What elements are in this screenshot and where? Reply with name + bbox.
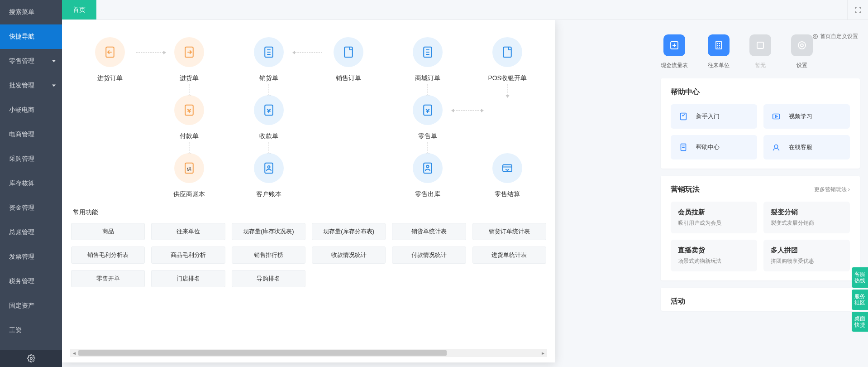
help-item-3[interactable]: 在线客服 — [763, 135, 850, 159]
flow-circle[interactable] — [492, 153, 522, 183]
sidebar: 搜索菜单 快捷导航零售管理批发管理小畅电商电商管理采购管理库存核算资金管理总账管… — [0, 0, 62, 367]
sidebar-item-8[interactable]: 总账管理 — [0, 220, 62, 245]
flow-label: 商城订单 — [415, 74, 440, 82]
flow-node-零售结算: 零售结算 — [467, 153, 547, 198]
flow-label: 零售出库 — [415, 190, 440, 198]
common-button-6[interactable]: 销售毛利分析表 — [71, 246, 145, 264]
sidebar-item-9[interactable]: 发票管理 — [0, 245, 62, 269]
side-tab-2[interactable]: 桌面快捷 — [852, 312, 868, 332]
svg-rect-10 — [681, 144, 686, 151]
flow-circle[interactable] — [492, 37, 522, 67]
common-button-8[interactable]: 销售排行榜 — [232, 246, 305, 264]
market-item-3[interactable]: 多人拼团拼团购物享受优惠 — [763, 240, 850, 271]
arrow-down-icon — [189, 142, 190, 153]
sidebar-item-12[interactable]: 工资 — [0, 318, 62, 343]
help-item-2[interactable]: 帮助中心 — [671, 135, 757, 159]
arrow-down-icon — [269, 142, 269, 153]
flow-circle[interactable] — [254, 37, 284, 67]
sidebar-search-label: 搜索菜单 — [9, 8, 34, 16]
flow-circle[interactable] — [254, 153, 284, 183]
sidebar-item-label: 发票管理 — [9, 253, 34, 261]
common-button-2[interactable]: 现存量(库存状况表) — [232, 223, 305, 240]
flow-label: 销售订单 — [336, 74, 361, 82]
sidebar-settings-button[interactable] — [0, 350, 62, 367]
flow-circle[interactable] — [413, 37, 443, 67]
help-center-title: 帮助中心 — [671, 87, 700, 97]
activity-card: 活动 — [661, 288, 860, 311]
sidebar-item-3[interactable]: 小畅电商 — [0, 98, 62, 122]
scroll-track[interactable] — [78, 349, 539, 357]
common-button-4[interactable]: 销货单统计表 — [392, 223, 466, 240]
tile-2[interactable]: 暂无 — [749, 34, 771, 69]
common-button-1[interactable]: 往来单位 — [151, 223, 225, 240]
common-button-13[interactable]: 门店排名 — [151, 270, 225, 287]
activity-title: 活动 — [671, 297, 850, 306]
common-button-3[interactable]: 现存量(库存分布表) — [312, 223, 386, 240]
help-item-0[interactable]: 新手入门 — [671, 104, 757, 129]
flow-circle[interactable] — [174, 37, 204, 67]
scroll-thumb[interactable] — [78, 350, 447, 356]
sidebar-item-label: 资金管理 — [9, 204, 34, 212]
fullscreen-button[interactable] — [847, 0, 868, 19]
sidebar-item-label: 零售管理 — [9, 57, 34, 65]
sidebar-item-4[interactable]: 电商管理 — [0, 122, 62, 147]
market-item-sub: 裂变式发展分销商 — [771, 219, 843, 227]
flow-node-POS收银开单: POS收银开单 — [467, 37, 547, 82]
tab-home-label: 首页 — [73, 6, 86, 14]
common-button-9[interactable]: 收款情况统计 — [312, 246, 386, 264]
market-item-2[interactable]: 直播卖货场景式购物新玩法 — [671, 240, 757, 271]
common-button-11[interactable]: 进货单统计表 — [472, 246, 546, 264]
side-tab-0[interactable]: 客服热线 — [852, 267, 868, 288]
side-tab-1[interactable]: 服务社区 — [852, 290, 868, 310]
flow-circle[interactable] — [334, 37, 363, 67]
market-item-sub: 拼团购物享受优惠 — [771, 257, 843, 265]
common-button-14[interactable]: 导购排名 — [232, 270, 305, 287]
flow-circle[interactable] — [413, 95, 443, 125]
svg-point-24 — [268, 166, 270, 168]
market-item-0[interactable]: 会员拉新吸引用户成为会员 — [671, 202, 757, 233]
sidebar-item-label: 库存核算 — [9, 179, 34, 188]
tile-1[interactable]: 往来单位 — [708, 34, 730, 69]
sidebar-item-1[interactable]: 零售管理 — [0, 49, 62, 73]
svg-point-6 — [801, 44, 803, 47]
market-item-title: 会员拉新 — [678, 208, 750, 217]
help-item-1[interactable]: 视频学习 — [763, 104, 850, 129]
common-button-0[interactable]: 商品 — [71, 223, 145, 240]
svg-point-26 — [427, 165, 429, 168]
market-item-1[interactable]: 裂变分销裂变式发展分销商 — [763, 202, 850, 233]
market-item-title: 裂变分销 — [771, 208, 843, 217]
scroll-right-button[interactable]: ► — [539, 349, 547, 357]
flow-circle[interactable]: 供 — [174, 153, 204, 183]
tile-3[interactable]: 设置 — [791, 34, 813, 69]
flow-circle[interactable] — [174, 95, 204, 125]
sidebar-item-2[interactable]: 批发管理 — [0, 73, 62, 98]
common-button-5[interactable]: 销货订单统计表 — [472, 223, 546, 240]
sidebar-search[interactable]: 搜索菜单 — [0, 0, 62, 24]
sidebar-item-0[interactable]: 快捷导航 — [0, 24, 62, 49]
common-button-12[interactable]: 零售开单 — [71, 270, 145, 287]
sidebar-item-7[interactable]: 资金管理 — [0, 196, 62, 220]
flow-label: 销货单 — [259, 74, 278, 82]
horizontal-scrollbar[interactable]: ◄ ► — [70, 349, 547, 357]
tile-0[interactable]: 现金流量表 — [661, 34, 688, 69]
common-button-10[interactable]: 付款情况统计 — [392, 246, 466, 264]
flow-circle[interactable] — [95, 37, 125, 67]
sidebar-item-11[interactable]: 固定资产 — [0, 294, 62, 318]
marketing-more[interactable]: 更多营销玩法 › — [814, 186, 850, 193]
sidebar-item-10[interactable]: 税务管理 — [0, 269, 62, 294]
flow-circle[interactable] — [413, 153, 443, 183]
market-item-sub: 吸引用户成为会员 — [678, 219, 750, 227]
marketing-card: 营销玩法 更多营销玩法 › 会员拉新吸引用户成为会员裂变分销裂变式发展分销商直播… — [661, 176, 860, 280]
common-button-7[interactable]: 商品毛利分析 — [151, 246, 225, 264]
flow-node-商城订单: 商城订单 — [388, 37, 468, 82]
sidebar-item-5[interactable]: 采购管理 — [0, 147, 62, 171]
flow-node-销售订单: 销售订单 — [309, 37, 388, 82]
scroll-left-button[interactable]: ◄ — [70, 349, 78, 357]
flow-circle[interactable] — [254, 95, 284, 125]
tab-home[interactable]: 首页 — [62, 0, 96, 19]
main: 首页自定义设置 现金流量表往来单位暂无设置 帮助中心 新手入门视频学习帮助中心在… — [62, 20, 868, 367]
svg-rect-8 — [681, 113, 687, 120]
sidebar-item-label: 固定资产 — [9, 302, 34, 310]
sidebar-item-6[interactable]: 库存核算 — [0, 171, 62, 196]
tile-icon — [791, 34, 813, 56]
